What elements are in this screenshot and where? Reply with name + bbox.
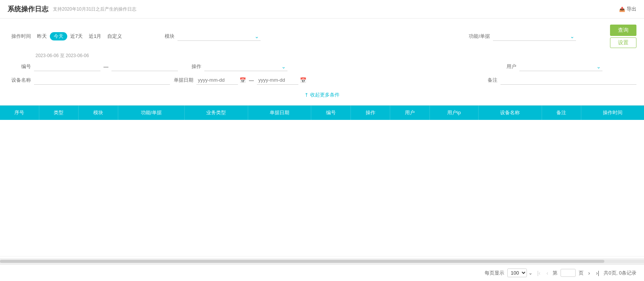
- page-unit: 页: [579, 270, 584, 276]
- filter-row-1: 操作时间 昨天 今天 近7天 近1月 自定义 模块 ⌄: [8, 25, 636, 48]
- col-doc-date: 单据日期: [248, 106, 311, 120]
- page-first-button[interactable]: |‹: [536, 269, 542, 277]
- col-op-time: 操作时间: [581, 106, 644, 120]
- col-operation: 操作: [351, 106, 390, 120]
- time-label: 操作时间: [8, 33, 34, 40]
- export-label: 导出: [627, 6, 636, 12]
- user-filter-col: 用户 ⌄: [493, 62, 636, 71]
- date-start-input[interactable]: [196, 76, 238, 85]
- time-range-row: 2023-06-06 至 2023-06-06: [8, 53, 636, 59]
- function-select-wrapper: ⌄: [493, 32, 576, 41]
- col-seq: 序号: [0, 106, 39, 120]
- header-left: 系统操作日志 支持2020年10月31日之后产生的操作日志: [8, 5, 136, 14]
- remark-input[interactable]: [500, 76, 636, 85]
- date-end-input[interactable]: [257, 76, 298, 85]
- action-buttons: 查询 设置: [610, 25, 636, 48]
- scrollbar-track[interactable]: [0, 260, 644, 263]
- filter-area: 操作时间 昨天 今天 近7天 近1月 自定义 模块 ⌄: [0, 19, 644, 106]
- time-range-text: 2023-06-06 至 2023-06-06: [36, 53, 89, 59]
- module-select[interactable]: [178, 32, 261, 41]
- col-biz-type: 业务类型: [185, 106, 248, 120]
- table-header-row: 序号 类型 模块 功能/单据 业务类型 单据日期 编号 操作 用户 用户ip 设…: [0, 106, 644, 120]
- device-label: 设备名称: [8, 77, 34, 84]
- user-select-wrapper: ⌄: [519, 62, 602, 71]
- user-label: 用户: [493, 63, 519, 70]
- time-filter-group: 昨天 今天 近7天 近1月 自定义: [34, 32, 125, 40]
- time-btn-yesterday[interactable]: 昨天: [34, 32, 50, 40]
- col-user: 用户: [390, 106, 429, 120]
- device-filter-col: 设备名称: [8, 76, 170, 85]
- device-input[interactable]: [34, 76, 170, 85]
- per-page-label: 每页显示: [485, 270, 504, 276]
- date-filter-col: 单据日期 📅 — 📅: [170, 76, 474, 85]
- filter-row-2: 编号 — 操作 ⌄ 用户: [8, 62, 636, 71]
- page-container: 系统操作日志 支持2020年10月31日之后产生的操作日志 📤 导出 操作时间 …: [0, 0, 644, 281]
- col-device: 设备名称: [478, 106, 542, 120]
- export-button[interactable]: 📤 导出: [619, 6, 636, 12]
- remark-label: 备注: [474, 77, 500, 84]
- empty-cell: [0, 120, 644, 256]
- function-filter-col: 功能/单据 ⌄: [466, 32, 610, 41]
- table-body: [0, 120, 644, 256]
- page-title: 系统操作日志: [8, 5, 48, 14]
- calendar-end-icon[interactable]: 📅: [300, 77, 306, 83]
- calendar-start-icon[interactable]: 📅: [239, 77, 246, 83]
- module-select-wrapper: ⌄: [178, 32, 261, 41]
- number-dash: —: [103, 64, 108, 70]
- col-number: 编号: [311, 106, 351, 120]
- time-filter-col: 操作时间 昨天 今天 近7天 近1月 自定义: [8, 32, 151, 40]
- export-icon: 📤: [619, 6, 625, 12]
- pagination-bar: 每页显示 100 50 200 ⌄ |‹ ‹ 第 1 页 › ›| 共0页, 0…: [0, 264, 644, 281]
- col-function: 功能/单据: [118, 106, 184, 120]
- table-wrapper: 序号 类型 模块 功能/单据 业务类型 单据日期 编号 操作 用户 用户ip 设…: [0, 106, 644, 258]
- page-header: 系统操作日志 支持2020年10月31日之后产生的操作日志 📤 导出: [0, 0, 644, 19]
- page-size-arrow: ⌄: [528, 270, 533, 276]
- collapse-label: 收起更多条件: [310, 92, 340, 98]
- module-filter-col: 模块 ⌄: [151, 32, 466, 41]
- col-user-ip: 用户ip: [429, 106, 478, 120]
- time-btn-7days[interactable]: 近7天: [67, 32, 86, 40]
- number-input-end[interactable]: [111, 62, 178, 71]
- date-dash: —: [249, 78, 254, 83]
- function-select[interactable]: [493, 32, 576, 41]
- user-select[interactable]: [519, 62, 602, 71]
- scrollbar-thumb[interactable]: [0, 260, 604, 263]
- time-btn-today[interactable]: 今天: [50, 32, 67, 40]
- number-filter-col: 编号 —: [8, 62, 178, 71]
- col-remark: 备注: [542, 106, 581, 120]
- remark-filter-col: 备注: [474, 76, 636, 85]
- collapse-bar: ⤒ 收起更多条件: [8, 89, 636, 99]
- page-prev-button[interactable]: ‹: [545, 269, 550, 277]
- page-next-button[interactable]: ›: [587, 269, 591, 277]
- number-label: 编号: [8, 63, 34, 70]
- time-btn-1month[interactable]: 近1月: [86, 32, 104, 40]
- operation-label: 操作: [178, 63, 204, 70]
- page-subtitle: 支持2020年10月31日之后产生的操作日志: [53, 6, 136, 12]
- date-label: 单据日期: [170, 77, 196, 84]
- filter-row-3: 设备名称 单据日期 📅 — 📅 备注: [8, 76, 636, 85]
- col-type: 类型: [39, 106, 78, 120]
- settings-button[interactable]: 设置: [610, 37, 636, 48]
- operation-select-wrapper: ⌄: [204, 62, 287, 71]
- page-label: 第: [553, 270, 558, 276]
- collapse-button[interactable]: ⤒ 收起更多条件: [304, 92, 340, 98]
- query-button[interactable]: 查询: [610, 25, 636, 36]
- operation-filter-col: 操作 ⌄: [178, 62, 493, 71]
- page-last-button[interactable]: ›|: [595, 269, 601, 277]
- table-header: 序号 类型 模块 功能/单据 业务类型 单据日期 编号 操作 用户 用户ip 设…: [0, 106, 644, 120]
- col-module: 模块: [79, 106, 118, 120]
- function-label: 功能/单据: [466, 33, 493, 40]
- number-input-start[interactable]: [34, 62, 100, 71]
- collapse-up-icon: ⤒: [304, 92, 309, 98]
- operation-select[interactable]: [204, 62, 287, 71]
- time-btn-custom[interactable]: 自定义: [104, 32, 125, 40]
- module-label: 模块: [151, 33, 178, 40]
- empty-row: [0, 120, 644, 256]
- total-text: 共0页, 0条记录: [604, 270, 636, 276]
- page-input[interactable]: 1: [561, 269, 576, 277]
- page-size-select[interactable]: 100 50 200: [507, 269, 527, 277]
- data-table: 序号 类型 模块 功能/单据 业务类型 单据日期 编号 操作 用户 用户ip 设…: [0, 106, 644, 256]
